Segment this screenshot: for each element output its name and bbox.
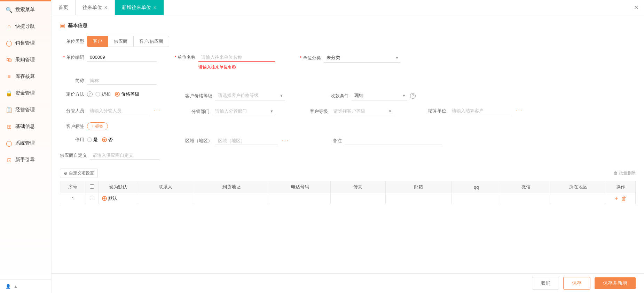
unit-category-group: 单位分类 未分类 ▼ xyxy=(297,53,422,63)
pricing-method-help-icon[interactable]: ? xyxy=(87,91,93,97)
sidebar-item-sys-mgmt[interactable]: ◯ 系统管理 xyxy=(0,135,51,152)
customer-price-level-arrow-icon: ▼ xyxy=(280,93,283,98)
row-wechat-input[interactable] xyxy=(514,196,538,201)
inventory-icon: ≡ xyxy=(6,73,13,80)
row-default-circle xyxy=(102,196,107,201)
purchase-mgmt-icon: 🛍 xyxy=(6,56,13,63)
gear-icon: ⚙ xyxy=(64,171,68,176)
manager-more-button[interactable]: ··· xyxy=(152,108,162,114)
region-input[interactable] xyxy=(215,137,278,145)
row-fax-input[interactable] xyxy=(344,196,372,201)
unit-category-select[interactable]: 未分类 ▼ xyxy=(324,53,400,63)
customer-price-level-select[interactable]: 请选择客户价格等级 ▼ xyxy=(215,91,285,100)
customer-level-select[interactable]: 请选择客户等级 ▼ xyxy=(331,107,393,116)
row-add-icon[interactable]: + xyxy=(615,195,618,202)
tab-transactions[interactable]: 往来单位 ✕ xyxy=(76,0,115,15)
disabled-yes-radio[interactable]: 是 xyxy=(87,137,98,143)
manager-input[interactable] xyxy=(87,107,150,115)
row-email-input[interactable] xyxy=(401,196,436,201)
row-qq xyxy=(451,193,501,204)
cancel-button[interactable]: 取消 xyxy=(532,277,559,290)
pricing-level-radio[interactable]: 价格等级 xyxy=(115,91,139,97)
custom-setting-button[interactable]: ⚙ 自定义项设置 xyxy=(60,169,98,178)
tab-home[interactable]: 首页 xyxy=(52,0,76,15)
customer-level-placeholder: 请选择客户等级 xyxy=(333,108,365,114)
region-more-button[interactable]: ··· xyxy=(281,138,290,144)
sidebar-item-fund-mgmt[interactable]: 🔒 资金管理 xyxy=(0,85,51,101)
sidebar-item-label: 经营管理 xyxy=(15,107,35,113)
supplier-custom-input[interactable] xyxy=(90,151,159,160)
unit-type-customer-button[interactable]: 客户 xyxy=(87,36,108,47)
unit-code-group: 单位编码 xyxy=(60,53,171,62)
row-no: 1 xyxy=(60,193,86,204)
payment-terms-help-icon[interactable]: ? xyxy=(410,93,416,99)
row-qq-input[interactable] xyxy=(464,196,488,201)
col-qq: qq xyxy=(451,181,501,193)
row-region-input[interactable] xyxy=(564,196,592,201)
sidebar-item-purchase-mgmt[interactable]: 🛍 采购管理 xyxy=(0,51,51,68)
pricing-discount-radio[interactable]: 折扣 xyxy=(95,91,111,97)
sys-mgmt-icon: ◯ xyxy=(6,140,13,147)
batch-delete-button[interactable]: 🗑 批量删除 xyxy=(614,170,636,176)
department-placeholder: 请输入分管部门 xyxy=(215,108,247,114)
row-action-cell: + 🗑 xyxy=(610,195,632,202)
close-all-tabs-button[interactable]: ✕ xyxy=(628,4,644,11)
settlement-more-button[interactable]: ··· xyxy=(515,108,524,114)
sidebar-item-search-menu[interactable]: 🔍 搜索菜单 xyxy=(0,1,51,18)
department-label: 分管部门 xyxy=(185,108,210,115)
pricing-method-group: 定价方法 ? 折扣 价格等级 xyxy=(60,91,185,97)
settlement-group: 结算单位 ··· xyxy=(422,107,636,115)
payment-terms-select[interactable]: 现结 ▼ xyxy=(352,91,407,100)
pricing-method-label: 定价方法 xyxy=(60,91,84,97)
sidebar-item-sales-mgmt[interactable]: ◯ 销售管理 xyxy=(0,35,51,51)
sidebar-item-label: 快捷导航 xyxy=(15,23,35,30)
col-contact: 联系人 xyxy=(138,181,193,193)
row-contact-input[interactable] xyxy=(152,196,180,201)
customer-price-level-label: 客户价格等级 xyxy=(185,93,212,99)
add-tag-button[interactable]: + 标签 xyxy=(87,122,108,130)
contact-table: 序号 设为默认 联系人 到货地址 电话号码 传真 邮箱 qq 微信 所在地区 操… xyxy=(60,181,636,204)
row-email xyxy=(386,193,452,204)
settlement-input[interactable] xyxy=(449,107,512,115)
short-name-row: 简称 xyxy=(60,76,636,85)
customer-level-arrow-icon: ▼ xyxy=(388,109,392,113)
sidebar-item-label: 搜索菜单 xyxy=(15,7,35,13)
disabled-group: 停用 是 否 xyxy=(60,137,185,143)
unit-type-both-button[interactable]: 客户/供应商 xyxy=(133,36,169,47)
row-checkbox-input[interactable] xyxy=(90,196,94,200)
sidebar-item-basic-info[interactable]: ⊞ 基础信息 xyxy=(0,118,51,135)
close-new-transaction-tab-icon[interactable]: ✕ xyxy=(153,5,157,10)
unit-type-group: 单位类型 客户 供应商 客户/供应商 xyxy=(60,36,636,47)
department-group: 分管部门 请输入分管部门 ▼ xyxy=(185,107,304,116)
disabled-no-radio[interactable]: 否 xyxy=(102,137,113,143)
department-select[interactable]: 请输入分管部门 ▼ xyxy=(212,107,275,116)
save-new-button[interactable]: 保存并新增 xyxy=(595,277,636,289)
sidebar-item-business-mgmt[interactable]: 📋 经营管理 xyxy=(0,101,51,118)
col-checkbox xyxy=(86,181,98,193)
unit-name-input[interactable] xyxy=(198,53,275,62)
disabled-yes-label: 是 xyxy=(93,137,98,143)
sidebar-bottom: 👤▲ xyxy=(0,279,51,293)
payment-terms-arrow-icon: ▼ xyxy=(402,93,406,98)
sidebar-item-inventory[interactable]: ≡ 库存核算 xyxy=(0,68,51,85)
customer-tag-label: 客户标签 xyxy=(60,123,84,130)
row-default-radio[interactable]: 默认 xyxy=(102,195,134,202)
sidebar-item-quick-nav[interactable]: ⌂ 快捷导航 xyxy=(0,18,51,35)
save-button[interactable]: 保存 xyxy=(563,277,590,290)
basic-info-icon: ⊞ xyxy=(6,123,13,130)
unit-code-input[interactable] xyxy=(87,53,157,62)
row-address-input[interactable] xyxy=(211,196,252,201)
col-action: 操作 xyxy=(606,181,635,193)
close-transactions-tab-icon[interactable]: ✕ xyxy=(104,5,108,10)
select-all-checkbox[interactable] xyxy=(90,184,94,189)
notes-input[interactable] xyxy=(345,137,442,145)
sidebar-item-new-guide[interactable]: ⊡ 新手引导 xyxy=(0,152,51,168)
unit-type-supplier-button[interactable]: 供应商 xyxy=(108,36,133,47)
row-delete-icon[interactable]: 🗑 xyxy=(621,195,627,202)
short-name-input[interactable] xyxy=(87,76,157,85)
row-wechat xyxy=(501,193,551,204)
sales-mgmt-icon: ◯ xyxy=(6,40,13,47)
supplier-custom-group: 供应商自定义 xyxy=(60,151,206,160)
row-phone-input[interactable] xyxy=(284,196,316,201)
tab-new-transaction[interactable]: 新增往来单位 ✕ xyxy=(115,0,164,15)
